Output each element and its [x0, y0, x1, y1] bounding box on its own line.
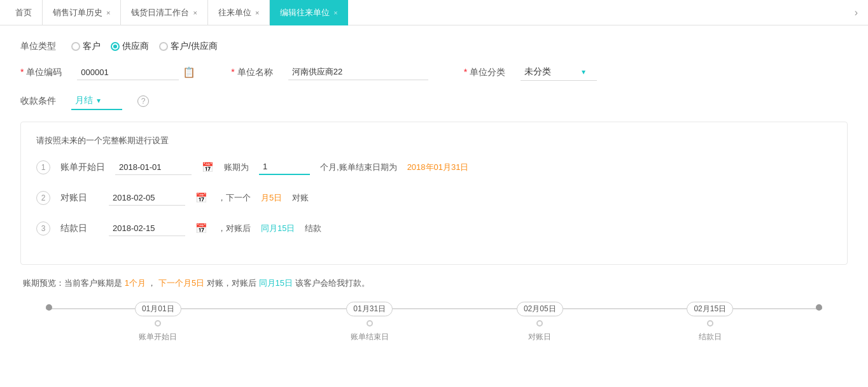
- preview-comma: ，: [148, 278, 156, 288]
- timeline-badge-4: 02月15日: [687, 302, 733, 316]
- timeline-label-1: 账单开始日: [139, 332, 177, 342]
- chevron-down-icon: ▾: [582, 67, 585, 76]
- step-3-number: 3: [36, 222, 50, 236]
- close-cash-work[interactable]: ×: [193, 9, 197, 17]
- payment-label: 收款条件: [20, 95, 56, 107]
- step-2-label: 对账日: [60, 192, 99, 204]
- step-1-row: 1 账单开始日 2018-01-01 📅 账期为 个月,账单结束日期为 2018…: [36, 159, 832, 175]
- radio-cs-circle: [159, 42, 168, 51]
- unit-category-value: 未分类: [524, 66, 551, 78]
- close-partner[interactable]: ×: [255, 9, 259, 17]
- step-3-desc2: 结款: [305, 223, 321, 234]
- unit-info-row: 单位编码 📋 单位名称 单位分类 未分类 ▾: [20, 64, 848, 81]
- payment-chevron-icon: ▾: [97, 96, 101, 105]
- timeline-label-4: 结款日: [699, 332, 722, 342]
- payment-value: 月结: [75, 95, 93, 106]
- step-2-row: 2 对账日 2018-02-05 📅 ，下一个 月5日 对账: [36, 190, 832, 206]
- timeline-container: 01月01日 账单开始日 01月31日 账单结束日 02月05日 对账日: [20, 302, 848, 342]
- step-1-desc-before: 账期为: [224, 162, 249, 173]
- timeline-point-3: 02月05日 对账日: [517, 302, 563, 342]
- tab-edit-partner[interactable]: 编辑往来单位 ×: [270, 0, 347, 25]
- step-3-calendar-icon[interactable]: 📅: [195, 223, 207, 234]
- preview-part1: 1个月: [125, 278, 146, 288]
- radio-supplier[interactable]: 供应商: [111, 41, 149, 52]
- payment-dropdown[interactable]: 月结 ▾: [71, 92, 122, 110]
- settings-section: 请按照未来的一个完整帐期进行设置 1 账单开始日 2018-01-01 📅 账期…: [20, 122, 848, 265]
- timeline-point-2: 01月31日 账单结束日: [346, 302, 393, 342]
- radio-cs-label: 客户/供应商: [171, 41, 218, 52]
- step-1-calendar-icon[interactable]: 📅: [202, 162, 214, 173]
- unit-name-input[interactable]: [288, 65, 428, 80]
- tab-partner[interactable]: 往来单位 ×: [208, 0, 270, 25]
- tab-cash-work[interactable]: 钱货日清工作台 ×: [121, 0, 207, 25]
- step-3-date: 2018-02-15: [109, 221, 185, 236]
- unit-type-row: 单位类型 客户 供应商 客户/供应商: [20, 41, 848, 52]
- radio-supplier-circle: [111, 42, 120, 51]
- step-3-desc: ，对账后: [218, 223, 251, 234]
- help-icon[interactable]: ?: [137, 95, 149, 107]
- unit-category-label: 单位分类: [464, 67, 505, 78]
- step-3-label: 结款日: [60, 223, 99, 234]
- preview-part3: 同月15日: [259, 278, 293, 288]
- unit-type-radio-group: 客户 供应商 客户/供应商: [71, 41, 218, 52]
- timeline-label-3: 对账日: [528, 332, 551, 342]
- step-2-highlight: 月5日: [261, 192, 282, 204]
- tabs-bar: 首页 销售订单历史 × 钱货日清工作台 × 往来单位 × 编辑往来单位 × ›: [0, 0, 868, 25]
- radio-customer-supplier[interactable]: 客户/供应商: [159, 41, 218, 52]
- preview-suffix: 该客户会给我打款。: [295, 278, 370, 288]
- step-1-end-date: 2018年01月31日: [407, 162, 469, 173]
- payment-row: 收款条件 月结 ▾ ?: [20, 92, 848, 110]
- step-1-number: 1: [36, 160, 50, 174]
- step-2-date: 2018-02-05: [109, 190, 185, 206]
- preview-middle: 对账，对账后: [207, 278, 256, 288]
- page-content: 单位类型 客户 供应商 客户/供应商 单位编码 📋 单位名称 单位分类: [0, 25, 868, 387]
- period-input[interactable]: [259, 159, 310, 175]
- radio-customer-label: 客户: [83, 41, 101, 52]
- close-sales-history[interactable]: ×: [106, 9, 110, 17]
- step-2-number: 2: [36, 191, 50, 205]
- step-1-label: 账单开始日: [60, 162, 105, 173]
- tab-home[interactable]: 首页: [5, 0, 43, 25]
- section-title: 请按照未来的一个完整帐期进行设置: [36, 135, 832, 146]
- timeline-point-4: 02月15日 结款日: [687, 302, 733, 342]
- timeline-start-dot: [46, 304, 52, 311]
- unit-type-label: 单位类型: [20, 41, 56, 52]
- timeline-label-2: 账单结束日: [351, 332, 389, 342]
- unit-code-input[interactable]: [77, 65, 179, 80]
- step-3-highlight: 同月15日: [261, 223, 295, 234]
- preview-text: 账期预览：当前客户账期是 1个月 ， 下一个月5日 对账，对账后 同月15日 该…: [20, 278, 848, 289]
- timeline-point-1: 01月01日 账单开始日: [135, 302, 181, 342]
- preview-prefix: 账期预览：当前客户账期是: [23, 278, 122, 288]
- timeline-badge-3: 02月05日: [517, 302, 563, 316]
- close-edit-partner[interactable]: ×: [333, 9, 337, 17]
- timeline: 01月01日 账单开始日 01月31日 账单结束日 02月05日 对账日: [46, 302, 822, 342]
- tab-sales-history[interactable]: 销售订单历史 ×: [43, 0, 121, 25]
- preview-part2: 下一个月5日: [158, 278, 204, 288]
- step-2-desc: ，下一个: [218, 192, 251, 204]
- unit-code-icon[interactable]: 📋: [183, 66, 195, 78]
- timeline-end-dot: [816, 304, 822, 311]
- unit-code-label: 单位编码: [20, 67, 62, 78]
- tabs-expand-icon[interactable]: ›: [850, 7, 863, 18]
- step-3-row: 3 结款日 2018-02-15 📅 ，对账后 同月15日 结款: [36, 221, 832, 236]
- step-1-date: 2018-01-01: [115, 160, 192, 175]
- unit-code-group: 📋: [77, 65, 195, 80]
- step-2-calendar-icon[interactable]: 📅: [195, 192, 207, 204]
- step-1-desc-after: 个月,账单结束日期为: [320, 162, 397, 173]
- unit-name-label: 单位名称: [231, 67, 272, 78]
- step-2-desc2: 对账: [292, 192, 309, 204]
- unit-category-select[interactable]: 未分类 ▾: [521, 64, 597, 81]
- radio-supplier-label: 供应商: [122, 41, 149, 52]
- timeline-badge-2: 01月31日: [346, 302, 393, 316]
- radio-customer-circle: [71, 42, 80, 51]
- timeline-badge-1: 01月01日: [135, 302, 181, 316]
- radio-customer[interactable]: 客户: [71, 41, 101, 52]
